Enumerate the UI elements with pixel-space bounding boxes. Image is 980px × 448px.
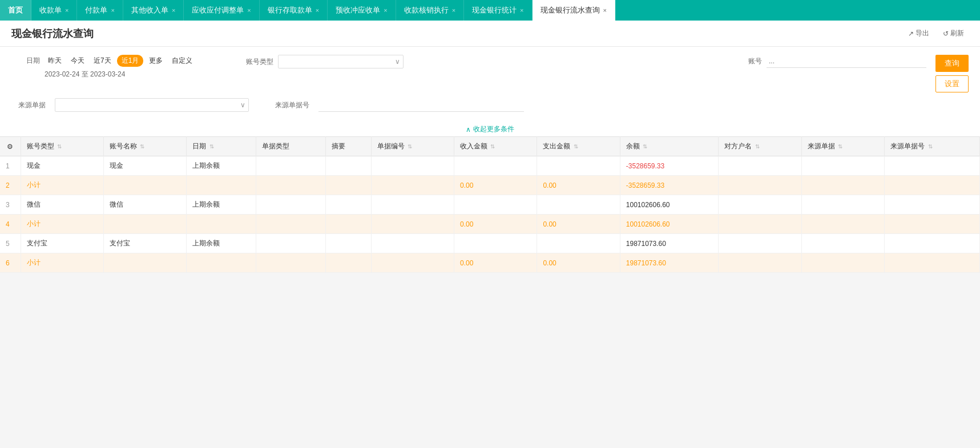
nav-adjustment[interactable]: 应收应付调整单 × [184, 0, 259, 21]
date-yesterday[interactable]: 昨天 [45, 55, 65, 67]
nav-collection[interactable]: 收款核销执行 × [396, 0, 464, 21]
filter-section: 日期 昨天 今天 近7天 近1月 更多 自定义 2023-02-24 至 202… [0, 47, 980, 136]
refresh-button[interactable]: ↺ 刷新 [938, 26, 969, 41]
close-icon[interactable]: × [111, 7, 114, 14]
nav-advance[interactable]: 预收冲应收单 × [328, 0, 396, 21]
col-source-doc-no[interactable]: 来源单据号 ⇅ [885, 137, 980, 156]
cell-num: 6 [0, 253, 21, 273]
nav-other-income[interactable]: 其他收入单 × [123, 0, 184, 21]
nav-bank-deposit[interactable]: 银行存取款单 × [260, 0, 328, 21]
cell-counterparty [719, 215, 801, 234]
cell-balance: -3528659.33 [620, 176, 719, 195]
col-settings[interactable]: ⚙ [0, 137, 21, 156]
nav-receipt[interactable]: 收款单 × [31, 0, 77, 21]
table-row: 1 现金 现金 上期余额 -3528659.33 [0, 156, 980, 176]
col-date[interactable]: 日期 ⇅ [187, 137, 256, 156]
cell-doc-no [371, 253, 454, 273]
export-icon: ↗ [908, 30, 914, 38]
cell-doc-type [256, 176, 326, 195]
cell-date [187, 176, 256, 195]
nav-payment[interactable]: 付款单 × [77, 0, 123, 21]
cell-account-type: 现金 [21, 156, 103, 176]
close-icon[interactable]: × [603, 7, 607, 14]
close-icon[interactable]: × [247, 7, 251, 14]
account-input[interactable] [767, 55, 926, 68]
export-button[interactable]: ↗ 导出 [904, 26, 934, 41]
page-header: 现金银行流水查询 ↗ 导出 ↺ 刷新 [0, 21, 980, 47]
source-doc-select[interactable] [55, 98, 249, 112]
date-1month[interactable]: 近1月 [117, 55, 144, 67]
cell-doc-no [371, 215, 454, 234]
table-row: 6 小计 0.00 0.00 19871073.60 [0, 253, 980, 273]
query-button[interactable]: 查询 [935, 55, 969, 72]
close-icon[interactable]: × [384, 7, 387, 14]
close-icon[interactable]: × [316, 7, 319, 14]
source-doc-no-input[interactable] [318, 99, 524, 112]
cell-doc-no [371, 195, 454, 215]
col-doc-type[interactable]: 单据类型 [256, 137, 326, 156]
col-account-name[interactable]: 账号名称 ⇅ [103, 137, 186, 156]
cell-account-type: 小计 [21, 253, 103, 273]
sort-icon: ⇅ [928, 143, 933, 150]
cell-date: 上期余额 [187, 156, 256, 176]
col-counterparty[interactable]: 对方户名 ⇅ [719, 137, 801, 156]
cell-source-doc [801, 176, 884, 195]
cell-expense: 0.00 [537, 215, 620, 234]
cell-doc-no [371, 234, 454, 253]
table-body: 1 现金 现金 上期余额 -3528659.33 2 小计 0.00 0.00 … [0, 156, 980, 273]
cell-balance: 19871073.60 [620, 253, 719, 273]
source-doc-label: 来源单据 [11, 100, 46, 110]
date-more[interactable]: 更多 [146, 55, 166, 67]
date-today[interactable]: 今天 [67, 55, 88, 67]
cell-doc-type [256, 156, 326, 176]
cell-expense [537, 195, 620, 215]
cell-counterparty [719, 195, 801, 215]
date-label: 日期 [11, 56, 40, 66]
col-doc-no[interactable]: 单据编号 ⇅ [371, 137, 454, 156]
cell-balance: -3528659.33 [620, 156, 719, 176]
cell-summary [326, 156, 371, 176]
cell-account-name [103, 253, 186, 273]
cell-source-doc [801, 253, 884, 273]
nav-home[interactable]: 首页 [0, 0, 31, 21]
col-income[interactable]: 收入金额 ⇅ [454, 137, 537, 156]
cell-expense: 0.00 [537, 176, 620, 195]
col-account-type[interactable]: 账号类型 ⇅ [21, 137, 103, 156]
account-type-select[interactable] [278, 55, 404, 68]
cell-expense [537, 156, 620, 176]
refresh-icon: ↺ [943, 30, 949, 38]
cell-counterparty [719, 234, 801, 253]
data-table: ⚙ 账号类型 ⇅ 账号名称 ⇅ 日期 ⇅ 单据类型 摘要 [0, 136, 980, 273]
nav-bank-flow[interactable]: 现金银行流水查询 × [533, 0, 615, 21]
col-summary[interactable]: 摘要 [326, 137, 371, 156]
account-label: 账号 [745, 56, 762, 66]
cell-date: 上期余额 [187, 234, 256, 253]
close-icon[interactable]: × [172, 7, 175, 14]
nav-bank-stats[interactable]: 现金银行统计 × [464, 0, 532, 21]
cell-source-doc [801, 215, 884, 234]
collapse-bar[interactable]: ∧ 收起更多条件 [11, 122, 969, 136]
cell-balance: 100102606.60 [620, 195, 719, 215]
table-row: 5 支付宝 支付宝 上期余额 19871073.60 [0, 234, 980, 253]
col-balance[interactable]: 余额 ⇅ [620, 137, 719, 156]
sort-icon: ⇅ [408, 143, 412, 150]
col-expense[interactable]: 支出金额 ⇅ [537, 137, 620, 156]
table-row: 2 小计 0.00 0.00 -3528659.33 [0, 176, 980, 195]
cell-account-name: 支付宝 [103, 234, 186, 253]
close-icon[interactable]: × [452, 7, 455, 14]
cell-doc-type [256, 195, 326, 215]
close-icon[interactable]: × [520, 7, 523, 14]
page-title: 现金银行流水查询 [11, 27, 94, 41]
cell-account-name: 现金 [103, 156, 186, 176]
sort-icon: ⇅ [209, 143, 214, 150]
col-source-doc[interactable]: 来源单据 ⇅ [801, 137, 884, 156]
collapse-up-icon: ∧ [466, 126, 471, 134]
data-table-container: ⚙ 账号类型 ⇅ 账号名称 ⇅ 日期 ⇅ 单据类型 摘要 [0, 136, 980, 273]
cell-income: 0.00 [454, 215, 537, 234]
date-custom[interactable]: 自定义 [168, 55, 196, 67]
close-icon[interactable]: × [65, 7, 68, 14]
cell-source-doc-no [885, 176, 980, 195]
sort-icon: ⇅ [140, 143, 144, 150]
setting-button[interactable]: 设置 [935, 75, 969, 92]
date-7days[interactable]: 近7天 [90, 55, 115, 67]
